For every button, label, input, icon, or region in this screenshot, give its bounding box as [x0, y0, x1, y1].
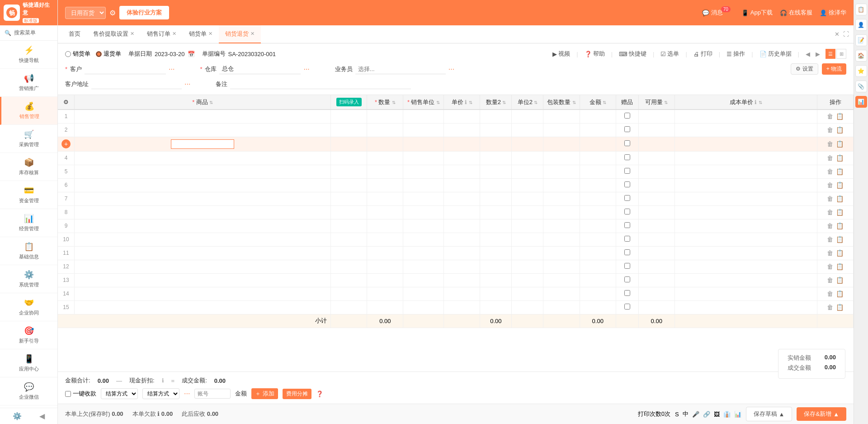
price-cell-3[interactable] [444, 137, 480, 151]
price-cell-12[interactable] [444, 260, 480, 273]
qty-cell-9[interactable] [367, 219, 403, 233]
warehouse-more-icon[interactable]: ··· [303, 65, 309, 73]
video-btn[interactable]: ▶ 视频 [552, 50, 570, 58]
pack-qty-cell-2[interactable] [543, 123, 580, 137]
qty-cell-4[interactable] [367, 151, 403, 165]
price-cell-6[interactable] [444, 178, 480, 192]
price-cell-7[interactable] [444, 192, 480, 205]
unit-cell-15[interactable] [403, 300, 444, 314]
unit-cell-2[interactable] [403, 123, 444, 137]
copy-icon-7[interactable]: 📋 [836, 195, 844, 202]
qty2-cell-2[interactable] [480, 123, 512, 137]
topbar-gear-icon[interactable]: ⚙ [109, 9, 116, 17]
sidebar-item-purchase[interactable]: 🛒 采购管理 [0, 125, 57, 153]
sidebar-item-enterprise[interactable]: 🤝 企业协同 [0, 293, 57, 321]
pack-qty-cell-6[interactable] [543, 178, 580, 192]
customer-more-icon[interactable]: ··· [169, 65, 175, 73]
copy-icon-3[interactable]: 📋 [836, 140, 844, 148]
qty2-cell-14[interactable] [480, 287, 512, 300]
pack-qty-cell-14[interactable] [543, 287, 580, 300]
radio-sale-input[interactable] [65, 51, 71, 57]
qty2-cell-15[interactable] [480, 300, 512, 314]
qty-cell-11[interactable] [367, 246, 403, 260]
qty2-cell-3[interactable] [480, 137, 512, 151]
right-btn-6[interactable]: 📎 [855, 81, 867, 92]
sort-icon[interactable]: ⇅ [664, 100, 668, 105]
sort-icon[interactable]: ⇅ [572, 100, 576, 105]
product-cell-6[interactable] [75, 178, 331, 192]
pack-qty-cell-11[interactable] [543, 246, 580, 260]
gift-check-3[interactable] [624, 140, 630, 146]
sidebar-search[interactable]: 🔍 搜索菜单 [0, 25, 57, 41]
price-cell-14[interactable] [444, 287, 480, 300]
sidebar-item-apps[interactable]: 📱 应用中心 [0, 349, 57, 377]
calc-method-select[interactable]: 结算方式 [101, 388, 138, 399]
price-cell-15[interactable] [444, 300, 480, 314]
sidebar-item-system[interactable]: ⚙️ 系统管理 [0, 265, 57, 293]
right-btn-2[interactable]: 👤 [855, 19, 867, 31]
pack-qty-cell-4[interactable] [543, 151, 580, 165]
gift-check-4[interactable] [624, 154, 630, 160]
qty-cell-8[interactable] [367, 205, 403, 219]
pack-qty-cell-10[interactable] [543, 233, 580, 246]
sidebar-item-quick-nav[interactable]: ⚡ 快捷导航 [0, 41, 57, 69]
help-btn[interactable]: ❓ 帮助 [585, 50, 605, 58]
address-input[interactable] [91, 79, 182, 89]
delete-icon-10[interactable]: 🗑 [827, 236, 833, 243]
sidebar-item-inventory[interactable]: 📦 库存核算 [0, 153, 57, 181]
delete-icon-1[interactable]: 🗑 [827, 113, 833, 120]
calendar-icon[interactable]: 📅 [188, 51, 195, 57]
table-view-btn[interactable]: ☰ [826, 49, 835, 59]
remark-input[interactable] [230, 79, 411, 89]
pack-qty-cell-3[interactable] [543, 137, 580, 151]
qty2-cell-8[interactable] [480, 205, 512, 219]
summary-method-select[interactable]: 结算方式 [142, 388, 179, 399]
delete-icon-9[interactable]: 🗑 [827, 222, 833, 229]
qty-cell-1[interactable] [367, 110, 403, 123]
copy-icon-11[interactable]: 📋 [836, 249, 844, 257]
right-btn-1[interactable]: 📋 [855, 4, 867, 15]
qty-cell-3[interactable] [367, 137, 403, 151]
app-download-btn[interactable]: 📱 App下载 [741, 9, 773, 17]
copy-icon-15[interactable]: 📋 [836, 304, 844, 311]
copy-icon-10[interactable]: 📋 [836, 236, 844, 243]
price-cell-8[interactable] [444, 205, 480, 219]
help-icon[interactable]: ❓ [316, 391, 323, 397]
maximize-icon[interactable]: ⛶ [843, 31, 849, 38]
qty2-cell-10[interactable] [480, 233, 512, 246]
product-cell-12[interactable] [75, 260, 331, 273]
gear-icon[interactable]: ⚙ [63, 99, 69, 105]
copy-icon-12[interactable]: 📋 [836, 263, 844, 270]
date-value[interactable]: 2023-03-20 [155, 51, 185, 57]
prev-icon[interactable]: ◀ [806, 51, 810, 57]
tab-sale-delivery[interactable]: 销货单 ✕ [183, 25, 219, 43]
unit-cell-8[interactable] [403, 205, 444, 219]
copy-icon-1[interactable]: 📋 [836, 113, 844, 120]
settings-icon[interactable]: ⚙️ [13, 412, 22, 420]
tab-sale-order[interactable]: 销售订单 ✕ [141, 25, 183, 43]
delete-icon-14[interactable]: 🗑 [827, 290, 833, 297]
gift-check-7[interactable] [624, 195, 630, 201]
pack-qty-cell-15[interactable] [543, 300, 580, 314]
copy-icon-2[interactable]: 📋 [836, 126, 844, 133]
sidebar-item-sales[interactable]: 💰 销售管理 [0, 97, 57, 125]
select-btn[interactable]: ☑ 选单 [660, 50, 679, 58]
pack-qty-cell-1[interactable] [543, 110, 580, 123]
qty-cell-6[interactable] [367, 178, 403, 192]
radio-return-input[interactable] [96, 51, 102, 57]
sort-icon[interactable]: ⇅ [759, 100, 762, 105]
unit-cell-12[interactable] [403, 260, 444, 273]
product-cell-7[interactable] [75, 192, 331, 205]
qty-cell-12[interactable] [367, 260, 403, 273]
qty-cell-2[interactable] [367, 123, 403, 137]
discount-info-icon[interactable]: ℹ [162, 377, 164, 384]
sort-icon[interactable]: ⇅ [436, 100, 440, 105]
delete-icon-6[interactable]: 🗑 [827, 181, 833, 189]
delete-icon-8[interactable]: 🗑 [827, 209, 833, 216]
copy-icon-4[interactable]: 📋 [836, 154, 844, 162]
copy-icon-8[interactable]: 📋 [836, 209, 844, 216]
copy-icon-6[interactable]: 📋 [836, 181, 844, 189]
gift-check-14[interactable] [624, 290, 630, 296]
sidebar-item-basics[interactable]: 📋 基础信息 [0, 237, 57, 265]
unit-cell-5[interactable] [403, 165, 444, 178]
